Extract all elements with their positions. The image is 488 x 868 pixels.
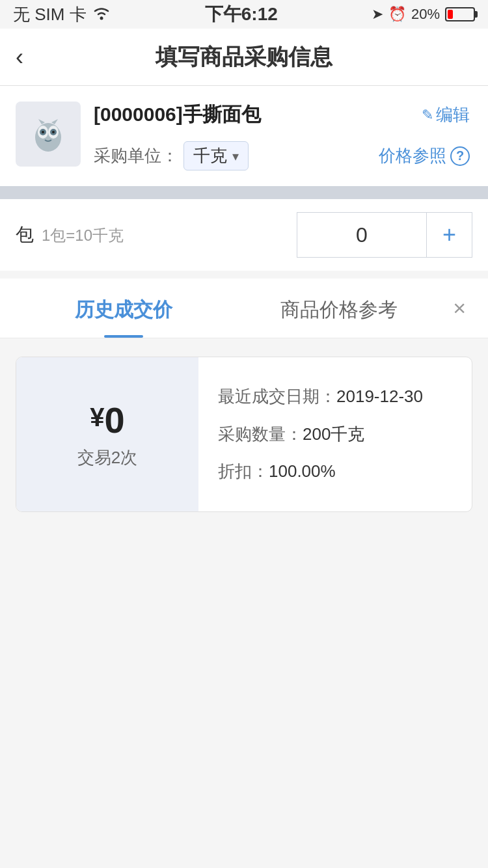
wifi-icon — [92, 5, 111, 25]
status-right: ➤ ⏰ 20% — [372, 6, 475, 23]
status-bar: 无 SIM 卡 下午6:12 ➤ ⏰ 20% — [0, 0, 488, 29]
svg-point-6 — [42, 131, 44, 133]
nav-bar: ‹ 填写商品采购信息 — [0, 29, 488, 86]
purchase-quantity-row: 采购数量：200千克 — [218, 421, 452, 448]
discount-row: 折扣：100.00% — [218, 458, 452, 485]
edit-icon: ✎ — [422, 107, 433, 124]
pkg-label: 包 — [16, 223, 34, 247]
price-card-section: ¥0 交易2次 最近成交日期：2019-12-30 采购数量：200千克 折扣：… — [0, 338, 488, 530]
edit-button[interactable]: ✎ 编辑 — [422, 103, 470, 126]
tab-price-reference[interactable]: 商品价格参考 — [231, 278, 446, 338]
product-image — [16, 102, 81, 167]
product-header: [0000006]手撕面包 ✎ 编辑 — [94, 102, 470, 128]
battery-percent: 20% — [411, 6, 440, 23]
product-details: [0000006]手撕面包 ✎ 编辑 采购单位： 千克 ▾ 价格参照 ? — [94, 102, 470, 170]
alarm-icon: ⏰ — [388, 6, 406, 23]
price-reference-button[interactable]: 价格参照 ? — [379, 144, 470, 167]
quantity-controls: 0 + — [297, 212, 472, 258]
svg-point-7 — [52, 131, 55, 133]
unit-label: 采购单位： — [94, 144, 178, 167]
page-title: 填写商品采购信息 — [156, 42, 332, 72]
svg-point-1 — [35, 123, 61, 152]
svg-point-0 — [100, 16, 103, 20]
price-amount: ¥0 — [90, 399, 124, 441]
unit-row: 采购单位： 千克 ▾ 价格参照 ? — [94, 141, 470, 170]
carrier-text: 无 SIM 卡 — [13, 3, 87, 26]
dropdown-arrow-icon: ▾ — [232, 148, 239, 164]
quantity-input[interactable]: 0 — [297, 212, 427, 258]
quantity-section: 包 1包=10千克 0 + — [0, 199, 488, 271]
info-icon: ? — [450, 146, 470, 166]
tabs-section: 历史成交价 商品价格参考 × — [0, 278, 488, 338]
tabs-close-button[interactable]: × — [446, 282, 472, 334]
recent-date-row: 最近成交日期：2019-12-30 — [218, 383, 452, 411]
price-card: ¥0 交易2次 最近成交日期：2019-12-30 采购数量：200千克 折扣：… — [16, 357, 472, 512]
product-section: [0000006]手撕面包 ✎ 编辑 采购单位： 千克 ▾ 价格参照 ? — [0, 86, 488, 186]
unit-select-dropdown[interactable]: 千克 ▾ — [183, 141, 249, 170]
tab-history-price[interactable]: 历史成交价 — [16, 278, 231, 338]
price-card-right: 最近成交日期：2019-12-30 采购数量：200千克 折扣：100.00% — [198, 357, 472, 511]
status-left: 无 SIM 卡 — [13, 3, 111, 26]
back-button[interactable]: ‹ — [16, 44, 23, 71]
unit-selector-group: 采购单位： 千克 ▾ — [94, 141, 249, 170]
plus-button[interactable]: + — [427, 212, 472, 258]
location-icon: ➤ — [372, 6, 383, 23]
gray-divider — [0, 186, 488, 199]
status-time: 下午6:12 — [205, 2, 278, 27]
trade-count: 交易2次 — [77, 446, 137, 469]
quantity-label-group: 包 1包=10千克 — [16, 223, 124, 247]
battery-icon — [445, 7, 475, 21]
product-row: [0000006]手撕面包 ✎ 编辑 采购单位： 千克 ▾ 价格参照 ? — [16, 102, 470, 170]
price-card-left: ¥0 交易2次 — [16, 357, 198, 511]
product-name: [0000006]手撕面包 — [94, 102, 261, 128]
pkg-conversion: 1包=10千克 — [42, 225, 124, 246]
